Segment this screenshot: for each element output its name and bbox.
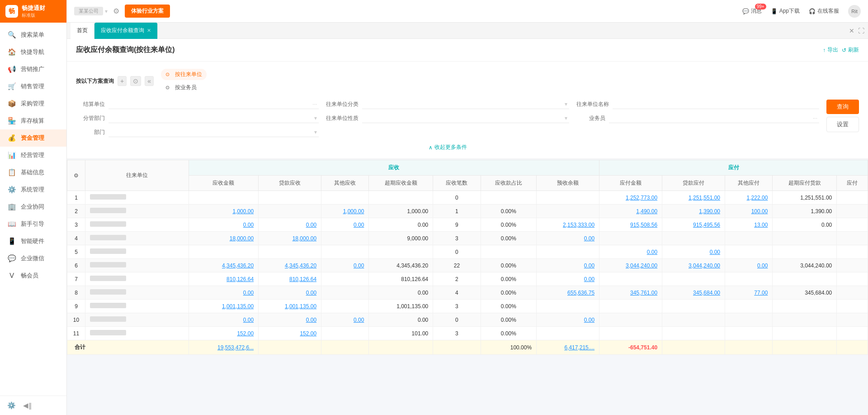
- settlement-unit-input-wrap[interactable]: ···: [108, 100, 319, 109]
- row-other-receivable[interactable]: 1,000.00: [321, 205, 369, 218]
- row-loan-payable[interactable]: 345,684.00: [662, 286, 725, 300]
- row-advance-balance[interactable]: 655,636.75: [537, 286, 599, 300]
- sidebar-item-business[interactable]: 📊经营管理: [0, 147, 66, 164]
- dept-input-wrap[interactable]: ▾: [108, 114, 319, 123]
- row-payable-amount[interactable]: [599, 232, 662, 245]
- setting-filter-button[interactable]: ⊙: [130, 76, 141, 86]
- user-avatar[interactable]: Rit: [848, 5, 861, 18]
- row-other-payable[interactable]: 77.00: [725, 286, 773, 300]
- row-other-payable[interactable]: 1,222.00: [725, 191, 773, 205]
- row-loan-payable[interactable]: [662, 232, 725, 245]
- row-loan-payable[interactable]: 1,390.00: [662, 205, 725, 218]
- row-receivable-amount[interactable]: 0.00: [189, 286, 258, 300]
- department-input-wrap[interactable]: ▾: [108, 128, 319, 137]
- partner-nature-input-wrap[interactable]: ▾: [362, 114, 569, 123]
- row-advance-balance[interactable]: 0.00: [537, 313, 599, 327]
- row-receivable-amount[interactable]: 810,126.64: [189, 272, 258, 286]
- row-other-receivable[interactable]: [321, 191, 369, 205]
- sidebar-item-guide[interactable]: 📖新手引导: [0, 215, 66, 233]
- sidebar-item-system[interactable]: ⚙️系统管理: [0, 181, 66, 198]
- query-button[interactable]: 查询: [826, 100, 859, 114]
- row-other-receivable[interactable]: [321, 327, 369, 340]
- row-payable-amount[interactable]: [599, 313, 662, 327]
- collapse-button[interactable]: ∧ 收起更多条件: [76, 140, 819, 151]
- row-loan-receivable[interactable]: 0.00: [259, 286, 321, 300]
- row-other-payable[interactable]: [725, 313, 773, 327]
- dept-input[interactable]: [110, 115, 314, 121]
- row-loan-receivable[interactable]: 4,345,436.20: [259, 259, 321, 272]
- row-payable-amount[interactable]: [599, 300, 662, 313]
- row-loan-payable[interactable]: [662, 272, 725, 286]
- row-payable-amount[interactable]: 1,490.00: [599, 205, 662, 218]
- row-loan-receivable[interactable]: 810,126.64: [259, 272, 321, 286]
- tab-close-window[interactable]: ✕: [849, 27, 854, 34]
- settings-icon[interactable]: ⚙️: [7, 401, 16, 410]
- row-loan-receivable[interactable]: [259, 205, 321, 218]
- row-payable-amount[interactable]: 345,761.00: [599, 286, 662, 300]
- row-other-receivable[interactable]: [321, 286, 369, 300]
- row-other-payable[interactable]: [725, 272, 773, 286]
- setting-button[interactable]: 设置: [826, 117, 859, 132]
- th-settings[interactable]: ⚙: [67, 160, 85, 191]
- row-other-receivable[interactable]: [321, 300, 369, 313]
- row-receivable-amount[interactable]: 152.00: [189, 327, 258, 340]
- row-payable-amount[interactable]: [599, 327, 662, 340]
- row-payable-amount[interactable]: 1,252,773.00: [599, 191, 662, 205]
- sidebar-item-search[interactable]: 🔍搜索菜单: [0, 26, 66, 43]
- row-other-payable[interactable]: [725, 245, 773, 259]
- row-other-payable[interactable]: 0.00: [725, 259, 773, 272]
- row-loan-payable[interactable]: [662, 300, 725, 313]
- row-advance-balance[interactable]: [537, 205, 599, 218]
- row-receivable-amount[interactable]: 0.00: [189, 313, 258, 327]
- row-other-payable[interactable]: 13.00: [725, 218, 773, 232]
- sidebar-item-inventory[interactable]: 🏪库存核算: [0, 112, 66, 129]
- add-filter-button[interactable]: +: [118, 76, 127, 86]
- partner-category-input-wrap[interactable]: ▾: [362, 100, 569, 109]
- row-other-payable[interactable]: [725, 300, 773, 313]
- row-advance-balance[interactable]: 0.00: [537, 272, 599, 286]
- sidebar-item-marketing[interactable]: 📢营销推广: [0, 61, 66, 78]
- row-loan-payable[interactable]: [662, 313, 725, 327]
- salesperson-input[interactable]: [611, 115, 813, 121]
- sidebar-item-enterprise[interactable]: 🏢企业协同: [0, 198, 66, 215]
- row-loan-receivable[interactable]: 0.00: [259, 313, 321, 327]
- row-advance-balance[interactable]: [537, 191, 599, 205]
- table-scroll[interactable]: ⚙ 往来单位 应收 应付 应收金额 贷款应收 其他应收 超期应收金额 应收笔数 …: [67, 160, 868, 355]
- row-advance-balance[interactable]: 2,153,333.00: [537, 218, 599, 232]
- sidebar-item-member[interactable]: Ⅴ畅会员: [0, 267, 66, 284]
- collapse-icon[interactable]: ◀‖: [23, 401, 32, 410]
- sidebar-item-sales[interactable]: 🛒销售管理: [0, 78, 66, 95]
- app-download-item[interactable]: 📱 App下载: [771, 7, 800, 15]
- row-advance-balance[interactable]: [537, 327, 599, 340]
- row-receivable-amount[interactable]: 1,000.00: [189, 205, 258, 218]
- row-receivable-amount[interactable]: [189, 245, 258, 259]
- partner-name-input-wrap[interactable]: [613, 100, 819, 109]
- gear-icon[interactable]: ⚙: [113, 7, 119, 15]
- row-other-receivable[interactable]: [321, 232, 369, 245]
- row-other-payable[interactable]: [725, 232, 773, 245]
- row-advance-balance[interactable]: 0.00: [537, 232, 599, 245]
- row-payable-amount[interactable]: [599, 272, 662, 286]
- row-other-receivable[interactable]: 0.00: [321, 218, 369, 232]
- footer-receivable-total[interactable]: 19,553,472,6...: [189, 340, 258, 355]
- row-loan-receivable[interactable]: 152.00: [259, 327, 321, 340]
- tab-close-icon[interactable]: ✕: [147, 28, 151, 33]
- partner-nature-input[interactable]: [364, 115, 564, 121]
- tab-query[interactable]: 应收应付余额查询 ✕: [94, 23, 158, 39]
- row-loan-receivable[interactable]: 18,000.00: [259, 232, 321, 245]
- row-payable-amount[interactable]: 3,044,240.00: [599, 259, 662, 272]
- sidebar-item-basic[interactable]: 📋基础信息: [0, 164, 66, 181]
- row-receivable-amount[interactable]: 1,001,135.00: [189, 300, 258, 313]
- tab-maximize[interactable]: ⛶: [858, 27, 864, 34]
- salesperson-input-wrap[interactable]: ···: [609, 114, 819, 123]
- row-receivable-amount[interactable]: [189, 191, 258, 205]
- row-other-receivable[interactable]: 0.00: [321, 259, 369, 272]
- row-loan-receivable[interactable]: 1,001,135.00: [259, 300, 321, 313]
- row-other-payable[interactable]: 100.00: [725, 205, 773, 218]
- row-loan-payable[interactable]: 0.00: [662, 245, 725, 259]
- refresh-button[interactable]: ↺ 刷新: [842, 46, 859, 54]
- row-loan-receivable[interactable]: [259, 191, 321, 205]
- sidebar-item-wechat[interactable]: 💬企业微信: [0, 250, 66, 267]
- row-receivable-amount[interactable]: 18,000.00: [189, 232, 258, 245]
- row-advance-balance[interactable]: [537, 300, 599, 313]
